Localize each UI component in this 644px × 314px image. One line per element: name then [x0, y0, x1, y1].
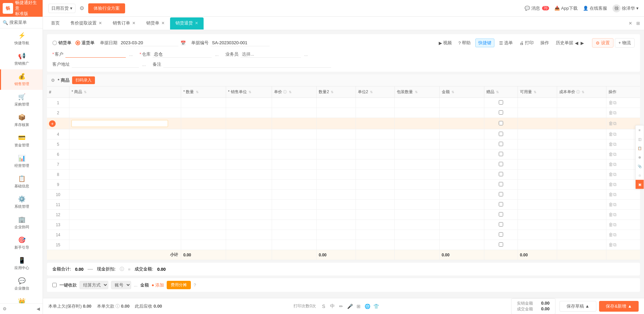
tab-close-price-settings[interactable]: ✕	[99, 21, 102, 25]
sidebar-item-sales[interactable]: 💰 销售管理	[0, 69, 43, 90]
right-panel-item-6[interactable]: ☆	[636, 171, 644, 180]
delete-row-icon[interactable]: 🗑	[608, 242, 613, 247]
tool4-icon[interactable]: 🎤	[346, 303, 354, 310]
copy-row-icon[interactable]: ⧉	[613, 182, 616, 187]
delete-row-icon[interactable]: 🗑	[608, 131, 613, 137]
tab-close-sales-out[interactable]: ✕	[161, 21, 165, 25]
sidebar-item-basic[interactable]: 📋 基础信息	[0, 172, 43, 192]
sidebar-item-wechat[interactable]: 💬 企业微信	[0, 274, 43, 294]
customer-input[interactable]	[65, 51, 126, 58]
sidebar-item-purchase[interactable]: 🛒 采购管理	[0, 90, 43, 110]
delete-row-icon[interactable]: 🗑	[608, 110, 613, 115]
delete-row-icon[interactable]: 🗑	[608, 192, 613, 197]
history-nav-prev[interactable]: ◀	[574, 41, 579, 46]
product-input[interactable]	[71, 120, 168, 127]
account-select[interactable]: 账号	[111, 281, 131, 289]
gift-checkbox[interactable]	[499, 212, 503, 216]
salesman-input[interactable]	[240, 51, 301, 58]
history-btn[interactable]: 历史单据 ◀ ▶	[554, 39, 587, 47]
sidebar-item-member[interactable]: 👑 畅会员	[0, 294, 43, 303]
online-service-btn[interactable]: 👤 在线客服	[583, 5, 607, 11]
copy-row-icon[interactable]: ⧉	[613, 151, 616, 157]
tab-home[interactable]: 首页	[46, 17, 65, 29]
number-input[interactable]	[211, 40, 270, 46]
copy-row-icon[interactable]: ⧉	[613, 162, 616, 167]
gift-checkbox[interactable]	[499, 132, 503, 136]
operate-btn[interactable]: 操作	[538, 39, 551, 47]
expense-help-icon[interactable]: ?	[194, 282, 196, 288]
tool1-icon[interactable]: S	[320, 303, 327, 310]
sidebar-item-system[interactable]: ⚙️ 系统管理	[0, 192, 43, 212]
copy-row-icon[interactable]: ⧉	[613, 172, 616, 177]
expense-split-btn[interactable]: 费用分摊	[167, 281, 191, 289]
user-profile-btn[interactable]: 徐 徐泽华 ▾	[612, 4, 639, 12]
tab-close-sales-return[interactable]: ✕	[195, 21, 198, 25]
copy-row-icon[interactable]: ⧉	[613, 121, 616, 126]
logistics-btn[interactable]: + 物流	[615, 38, 635, 48]
delete-row-icon[interactable]: 🗑	[608, 121, 613, 126]
one-click-pay-checkbox[interactable]	[52, 283, 57, 287]
delete-row-icon[interactable]: 🗑	[608, 232, 613, 237]
delete-row-icon[interactable]: 🗑	[608, 100, 613, 105]
gift-checkbox[interactable]	[499, 202, 503, 206]
radio-return[interactable]: 退货单	[75, 40, 95, 46]
save-draft-btn[interactable]: 保存草稿 ▲	[559, 301, 597, 312]
message-btn[interactable]: 💬 消息 70	[525, 5, 549, 11]
topbar-settings-icon[interactable]: ⚙	[78, 4, 86, 13]
tool6-icon[interactable]: 🌐	[364, 303, 371, 310]
right-panel-item-3[interactable]: 📋	[636, 143, 644, 152]
copy-row-icon[interactable]: ⧉	[613, 141, 616, 147]
video-btn[interactable]: ▶ 视频	[437, 39, 454, 47]
experience-btn[interactable]: 体验行业方案	[88, 3, 125, 13]
tab-sales-return[interactable]: 销货退货 ✕	[170, 17, 204, 29]
copy-row-icon[interactable]: ⧉	[613, 242, 616, 247]
copy-row-icon[interactable]: ⧉	[613, 192, 616, 197]
copy-row-icon[interactable]: ⧉	[613, 100, 616, 105]
sidebar-search[interactable]: 🔍 搜索菜单	[0, 17, 43, 28]
sidebar-item-marketing[interactable]: 📢 营销推广	[0, 49, 43, 69]
delete-row-icon[interactable]: 🗑	[608, 212, 613, 217]
customer-select-btn[interactable]: ...	[128, 52, 134, 57]
delete-row-icon[interactable]: 🗑	[608, 182, 613, 187]
gift-checkbox[interactable]	[499, 152, 503, 156]
radio-sales-out[interactable]: 销货单	[52, 40, 71, 46]
copy-row-icon[interactable]: ⧉	[613, 110, 616, 115]
gift-checkbox[interactable]	[499, 222, 503, 227]
barcode-btn[interactable]: 扫码录入	[72, 76, 95, 84]
gift-checkbox[interactable]	[499, 172, 503, 176]
gift-checkbox[interactable]	[499, 121, 503, 125]
delete-row-icon[interactable]: 🗑	[608, 172, 613, 177]
delete-row-icon[interactable]: 🗑	[608, 162, 613, 167]
gift-checkbox[interactable]	[499, 162, 503, 166]
settings-icon[interactable]: ⚙	[3, 306, 7, 311]
warehouse-input[interactable]	[153, 51, 212, 58]
tool2-icon[interactable]: 中	[329, 303, 336, 310]
table-settings-icon[interactable]: ⚙	[51, 78, 55, 83]
sidebar-item-operations[interactable]: 📊 经营管理	[0, 151, 43, 172]
sidebar-item-apps[interactable]: 📱 应用中心	[0, 253, 43, 274]
maximize-btn[interactable]: ⊞	[635, 19, 641, 27]
gift-checkbox[interactable]	[499, 100, 503, 105]
right-panel-item-5[interactable]: 📎	[636, 162, 644, 171]
close-all-tabs-btn[interactable]: ✕	[627, 19, 634, 27]
tab-sales-out[interactable]: 销货单 ✕	[141, 17, 170, 29]
industry-dropdown[interactable]: 日用百货 ▾	[48, 4, 75, 13]
collapse-icon[interactable]: ◀	[37, 306, 40, 311]
add-payment-btn[interactable]: ● 添加	[152, 282, 164, 288]
remarks-input[interactable]	[163, 61, 331, 68]
tool3-icon[interactable]: ✏	[337, 303, 345, 310]
right-panel-item-7[interactable]: ▣	[636, 180, 644, 189]
right-panel-item-2[interactable]: ◫	[636, 134, 644, 143]
copy-row-icon[interactable]: ⧉	[613, 212, 616, 217]
select-bill-btn[interactable]: ☰ 选单	[497, 39, 515, 47]
address-input[interactable]	[72, 61, 139, 68]
copy-row-icon[interactable]: ⧉	[613, 202, 616, 207]
tool7-icon[interactable]: 👕	[372, 303, 380, 310]
history-nav-next[interactable]: ▶	[580, 41, 585, 46]
copy-row-icon[interactable]: ⧉	[613, 131, 616, 137]
add-row-btn[interactable]: +	[49, 120, 56, 127]
sidebar-item-enterprise[interactable]: 🏢 企业协同	[0, 212, 43, 233]
save-new-btn[interactable]: 保存&新增 ▲	[599, 301, 639, 312]
tool5-icon[interactable]: ⊞	[355, 303, 362, 310]
account-dots-btn[interactable]: ...	[134, 282, 138, 288]
